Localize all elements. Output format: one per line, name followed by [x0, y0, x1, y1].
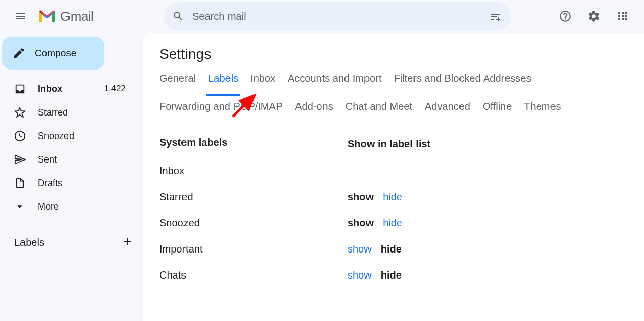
search-input[interactable] — [190, 11, 484, 22]
apps-button[interactable] — [610, 4, 635, 29]
chevron-down-icon — [14, 201, 26, 212]
sidebar-item-label: Snoozed — [38, 131, 126, 142]
gmail-logo-icon — [37, 6, 57, 27]
show-link[interactable]: show — [348, 191, 374, 203]
table-row: Chats show hide — [159, 269, 628, 281]
sidebar: Compose Inbox 1,422 Starred Snoozed Sent… — [0, 33, 143, 321]
table-row: Snoozed show hide — [159, 217, 628, 229]
inbox-count: 1,422 — [104, 84, 126, 94]
label-name: Starred — [159, 191, 348, 203]
inbox-icon — [14, 83, 26, 95]
labels-section-header[interactable]: Labels — [0, 235, 143, 249]
label-name: Snoozed — [159, 217, 348, 229]
tab-general[interactable]: General — [159, 73, 196, 87]
search-icon — [172, 10, 185, 22]
tab-filters[interactable]: Filters and Blocked Addresses — [394, 73, 531, 87]
hide-link[interactable]: hide — [383, 191, 402, 203]
label-name: Important — [159, 243, 348, 255]
main-menu-button[interactable] — [8, 4, 33, 29]
gear-icon — [587, 10, 601, 23]
settings-tabs: General Labels Inbox Accounts and Import… — [143, 73, 644, 124]
help-icon — [559, 10, 572, 23]
sidebar-item-inbox[interactable]: Inbox 1,422 — [0, 79, 138, 99]
tab-themes[interactable]: Themes — [524, 101, 561, 116]
send-icon — [14, 154, 26, 165]
col-header-show-in-list: Show in label list — [348, 136, 460, 151]
sidebar-item-label: Drafts — [38, 178, 126, 189]
label-name: Chats — [159, 269, 348, 281]
sidebar-item-starred[interactable]: Starred — [0, 102, 138, 123]
show-link[interactable]: show — [348, 217, 374, 229]
labels-header-text: Labels — [14, 237, 122, 248]
tab-chat[interactable]: Chat and Meet — [346, 101, 412, 116]
sidebar-item-more[interactable]: More — [0, 196, 138, 217]
table-row: Important show hide — [159, 243, 628, 255]
pencil-icon — [12, 47, 26, 60]
tab-addons[interactable]: Add-ons — [295, 101, 333, 116]
gmail-logo[interactable]: Gmail — [37, 6, 158, 27]
tab-inbox[interactable]: Inbox — [250, 73, 275, 87]
settings-button[interactable] — [582, 4, 606, 29]
compose-button[interactable]: Compose — [2, 37, 104, 70]
plus-icon — [122, 235, 134, 247]
sidebar-item-drafts[interactable]: Drafts — [0, 173, 138, 193]
tab-labels[interactable]: Labels — [208, 73, 238, 87]
tab-offline[interactable]: Offline — [482, 101, 512, 116]
tab-accounts[interactable]: Accounts and Import — [288, 73, 381, 87]
add-label-button[interactable] — [122, 235, 134, 249]
support-button[interactable] — [553, 4, 578, 29]
sidebar-item-label: Inbox — [38, 84, 104, 95]
col-header-system-labels: System labels — [159, 136, 348, 151]
search-bar — [164, 2, 511, 31]
hide-link[interactable]: hide — [383, 217, 402, 229]
sidebar-item-label: Starred — [38, 107, 126, 118]
sidebar-item-sent[interactable]: Sent — [0, 149, 138, 170]
show-link[interactable]: show — [348, 243, 372, 255]
tune-icon — [489, 10, 501, 22]
table-row: Starred show hide — [159, 191, 628, 203]
tab-advanced[interactable]: Advanced — [425, 101, 470, 116]
sidebar-item-snoozed[interactable]: Snoozed — [0, 126, 138, 146]
show-link[interactable]: show — [348, 269, 372, 281]
file-icon — [14, 177, 26, 189]
sidebar-item-label: More — [38, 201, 126, 212]
sidebar-item-label: Sent — [38, 154, 126, 165]
compose-label: Compose — [35, 48, 76, 59]
settings-panel: Settings General Labels Inbox Accounts a… — [143, 33, 644, 321]
settings-title: Settings — [143, 42, 644, 73]
table-row: Inbox — [159, 165, 628, 177]
hide-link[interactable]: hide — [381, 269, 402, 281]
hide-link[interactable]: hide — [381, 243, 402, 255]
hamburger-icon — [14, 10, 27, 22]
gmail-logo-text: Gmail — [60, 9, 94, 25]
tab-forwarding[interactable]: Forwarding and POP/IMAP — [159, 101, 283, 116]
star-icon — [14, 107, 26, 118]
clock-icon — [14, 130, 26, 142]
apps-grid-icon — [616, 10, 629, 22]
search-button[interactable] — [167, 5, 190, 28]
label-name: Inbox — [159, 165, 348, 177]
system-labels-table: System labels Show in label list Inbox S… — [143, 124, 644, 293]
search-options-button[interactable] — [484, 5, 507, 28]
